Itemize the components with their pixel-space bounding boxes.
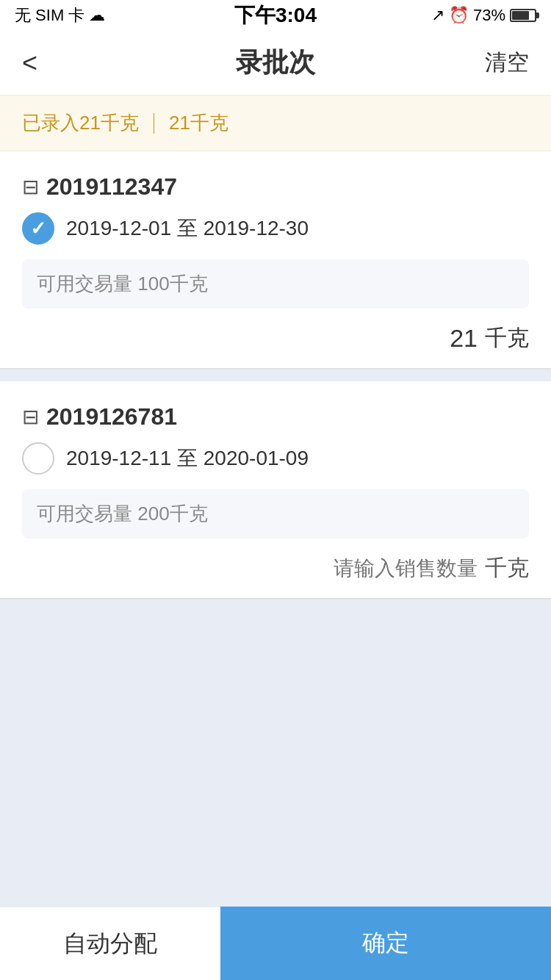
batch-1-available: 可用交易量 100千克 (22, 259, 529, 309)
batch-2-quantity-input[interactable] (22, 557, 478, 580)
batch-1-id: 2019112347 (46, 173, 177, 201)
bottom-action-bar: 自动分配 确定 (0, 907, 551, 980)
batch-2-available: 可用交易量 200千克 (22, 489, 529, 538)
batch-1-amount-row: 21 千克 (0, 309, 551, 370)
batch-1-available-text: 可用交易量 100千克 (37, 273, 208, 295)
status-right: ↗ ⏰ 73% (431, 6, 536, 25)
back-button[interactable]: < (22, 48, 66, 79)
batch-2-unit: 千克 (485, 553, 529, 583)
batch-1-icon: ⊟ (22, 175, 39, 199)
status-bar: 无 SIM 卡 ☁ 下午3:04 ↗ ⏰ 73% (0, 0, 551, 31)
battery-percent: 73% (473, 6, 505, 25)
summary-divider (154, 113, 154, 134)
batch-2-icon: ⊟ (22, 405, 39, 429)
batch-1-date: 2019-12-01 至 2019-12-30 (66, 215, 309, 242)
nav-bar: < 录批次 清空 (0, 31, 551, 96)
batch-1-date-row: 2019-12-01 至 2019-12-30 (22, 212, 529, 245)
clear-button[interactable]: 清空 (485, 48, 529, 78)
recorded-label: 已录入21千克 (22, 110, 139, 136)
sim-status: 无 SIM 卡 ☁ (15, 4, 105, 26)
batch-card-1: ⊟ 2019112347 2019-12-01 至 2019-12-30 可用交… (0, 151, 551, 309)
status-time: 下午3:04 (234, 1, 317, 29)
batch-2-date: 2019-12-11 至 2020-01-09 (66, 444, 309, 472)
content-wrapper: ⊟ 2019112347 2019-12-01 至 2019-12-30 可用交… (0, 151, 551, 962)
summary-bar: 已录入21千克 21千克 (0, 96, 551, 151)
page-title: 录批次 (236, 45, 315, 81)
batch-1-amount-value: 21 (450, 324, 478, 353)
batch-2-input-row[interactable]: 千克 (0, 538, 551, 599)
batch-2-header: ⊟ 2019126781 (22, 403, 529, 430)
batch-2-id: 2019126781 (46, 403, 177, 430)
batch-2-checkbox[interactable] (22, 442, 54, 475)
alarm-icon: ⏰ (449, 6, 469, 25)
batch-1-header: ⊟ 2019112347 (22, 173, 529, 201)
location-icon: ↗ (431, 6, 444, 25)
batch-card-2: ⊟ 2019126781 2019-12-11 至 2020-01-09 可用交… (0, 381, 551, 538)
confirm-button[interactable]: 确定 (220, 907, 551, 980)
batch-2-available-text: 可用交易量 200千克 (37, 502, 208, 525)
batch-1-amount-unit: 千克 (485, 323, 529, 353)
summary-value: 21千克 (169, 110, 228, 136)
section-divider (0, 370, 551, 381)
batch-2-date-row: 2019-12-11 至 2020-01-09 (22, 442, 529, 475)
batch-1-checkbox[interactable] (22, 212, 54, 245)
battery-icon (510, 9, 536, 22)
status-left: 无 SIM 卡 ☁ (15, 4, 105, 26)
auto-distribute-button[interactable]: 自动分配 (0, 907, 220, 980)
